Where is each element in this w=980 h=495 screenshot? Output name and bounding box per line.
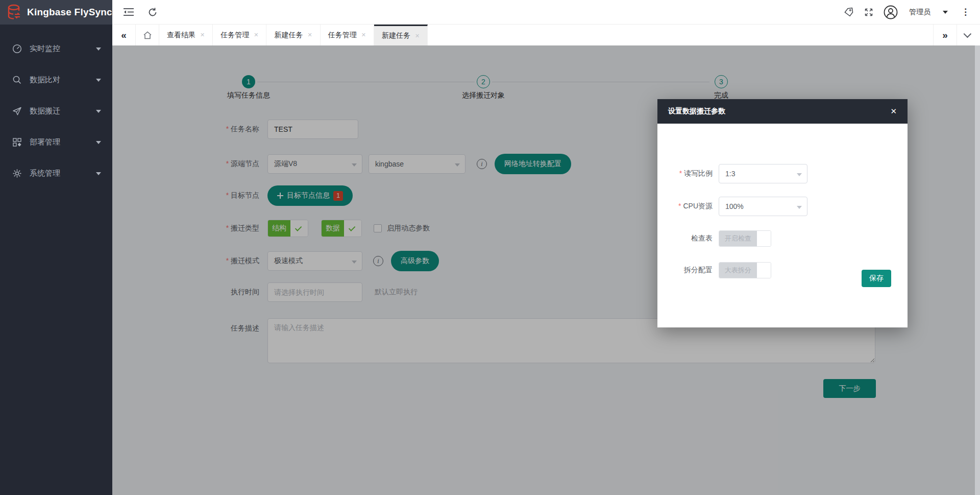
migrate-icon [12, 106, 22, 116]
tab-label: 查看结果 [167, 31, 195, 40]
tab-new-task-1[interactable]: 新建任务 ✕ [266, 25, 320, 45]
tab-task-management-1[interactable]: 任务管理 ✕ [213, 25, 266, 45]
app-title: Kingbase FlySync [27, 7, 112, 18]
refresh-icon[interactable] [148, 8, 157, 17]
migration-params-dialog: 设置数据搬迁参数 ✕ 读写比例 1:3 CPU资源 100% 检查表 开启检查 [657, 99, 908, 327]
topbar: 管理员 ⋮ [112, 0, 980, 25]
chevron-down-icon [964, 30, 972, 38]
tabs-scroll-left-button[interactable]: « [112, 25, 136, 45]
close-icon[interactable]: ✕ [254, 32, 258, 38]
tab-task-management-2[interactable]: 任务管理 ✕ [321, 25, 374, 45]
tab-label: 任务管理 [220, 31, 249, 40]
tab-label: 任务管理 [328, 31, 357, 40]
double-chevron-left-icon: « [121, 30, 127, 40]
cpu-select[interactable]: 100% [719, 197, 807, 216]
chevron-down-icon [797, 206, 802, 209]
chevron-down-icon[interactable] [943, 11, 948, 14]
tabbar: « 查看结果 ✕ 任务管理 ✕ 新建任务 ✕ 任务管理 ✕ 新建任务 ✕ [112, 25, 980, 45]
tag-icon[interactable] [844, 7, 854, 17]
dialog-row-check-table: 检查表 开启检查 [659, 230, 771, 247]
chevron-down-icon [96, 110, 101, 113]
sidebar-menu: 实时监控 数据比对 数据搬迁 部署管理 [0, 25, 112, 189]
monitor-icon [12, 44, 22, 54]
sidebar-item-label: 实时监控 [30, 44, 96, 54]
dialog-row-cpu: CPU资源 100% [659, 197, 807, 216]
fullscreen-icon[interactable] [864, 8, 873, 17]
compare-icon [12, 75, 22, 85]
home-tab-button[interactable] [136, 25, 159, 45]
dialog-row-rw-ratio: 读写比例 1:3 [659, 164, 807, 183]
toggle-knob [757, 263, 771, 278]
main-content: 1 2 3 填写任务信息 选择搬迁对象 完成 任务名称 源端节点 源端V8 ki… [112, 45, 980, 495]
check-table-label: 检查表 [659, 234, 713, 243]
cpu-label: CPU资源 [659, 202, 713, 211]
sidebar-item-system-management[interactable]: 系统管理 [0, 158, 112, 189]
close-icon[interactable]: ✕ [361, 32, 366, 38]
tabbar-spacer [428, 25, 933, 45]
close-icon[interactable]: ✕ [307, 32, 312, 38]
sidebar-item-realtime-monitor[interactable]: 实时监控 [0, 33, 112, 64]
save-button[interactable]: 保存 [862, 270, 891, 287]
close-icon[interactable]: ✕ [415, 33, 420, 39]
dialog-header: 设置数据搬迁参数 ✕ [657, 99, 908, 124]
avatar[interactable] [884, 5, 898, 19]
toggle-knob [757, 231, 771, 246]
sidebar: Kingbase FlySync 实时监控 数据比对 [0, 0, 112, 495]
sidebar-item-label: 部署管理 [30, 137, 96, 147]
chevron-down-icon [797, 173, 802, 176]
menu-fold-icon[interactable] [124, 8, 134, 16]
chevron-down-icon [96, 141, 101, 144]
home-icon [143, 31, 152, 40]
sidebar-item-label: 系统管理 [30, 169, 96, 178]
split-config-label: 拆分配置 [659, 266, 713, 275]
sidebar-item-data-compare[interactable]: 数据比对 [0, 64, 112, 96]
kebab-menu-icon[interactable]: ⋮ [961, 7, 970, 17]
app-window: Kingbase FlySync 实时监控 数据比对 [0, 0, 980, 495]
tab-label: 新建任务 [274, 31, 303, 40]
check-table-toggle[interactable]: 开启检查 [719, 230, 771, 247]
sidebar-item-deploy-management[interactable]: 部署管理 [0, 127, 112, 158]
deploy-icon [12, 137, 22, 147]
app-logo: Kingbase FlySync [0, 0, 112, 25]
sidebar-item-label: 数据比对 [30, 75, 96, 85]
tab-new-task-2-active[interactable]: 新建任务 ✕ [374, 25, 428, 45]
scrollbar-track[interactable] [975, 45, 980, 495]
tabs-menu-button[interactable] [957, 25, 980, 45]
tab-label: 新建任务 [382, 31, 410, 40]
chevron-down-icon [96, 48, 101, 51]
double-chevron-right-icon: » [942, 30, 948, 40]
rw-ratio-select[interactable]: 1:3 [719, 164, 807, 183]
sidebar-item-label: 数据搬迁 [30, 106, 96, 116]
dialog-row-split-config: 拆分配置 大表拆分 [659, 262, 771, 278]
system-icon [12, 169, 22, 178]
database-sync-logo-icon [7, 4, 22, 20]
close-icon[interactable]: ✕ [890, 107, 897, 116]
split-config-toggle[interactable]: 大表拆分 [719, 262, 771, 278]
tab-view-results[interactable]: 查看结果 ✕ [159, 25, 213, 45]
rw-ratio-label: 读写比例 [659, 169, 713, 178]
close-icon[interactable]: ✕ [200, 32, 205, 38]
chevron-down-icon [96, 79, 101, 82]
tabs-scroll-right-button[interactable]: » [933, 25, 957, 45]
dialog-title: 设置数据搬迁参数 [668, 107, 890, 116]
sidebar-item-data-migration[interactable]: 数据搬迁 [0, 96, 112, 127]
chevron-down-icon [96, 172, 101, 175]
username-label[interactable]: 管理员 [909, 8, 930, 17]
